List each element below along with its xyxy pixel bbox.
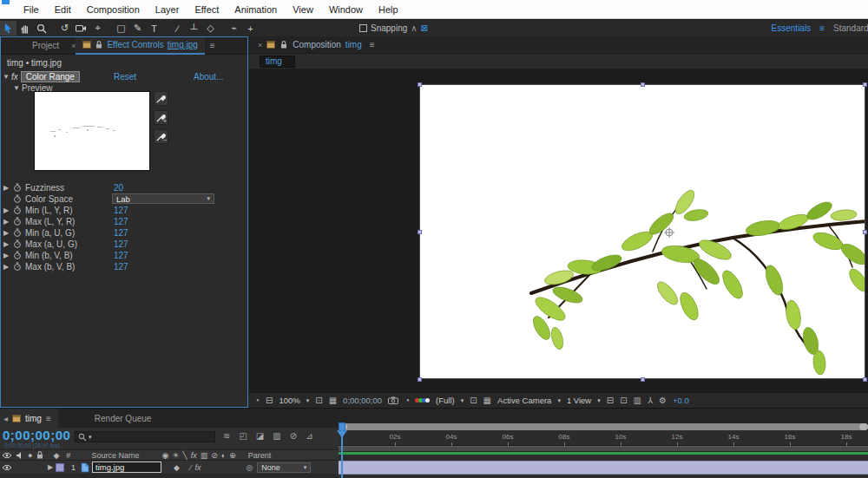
graph-editor-icon[interactable]: ⊿	[306, 431, 312, 441]
reset-exposure-icon[interactable]: ⚙	[659, 396, 667, 405]
menu-layer[interactable]: Layer	[148, 4, 187, 15]
expander-icon[interactable]: ▶	[1, 252, 11, 259]
selection-handle[interactable]	[418, 377, 422, 382]
tab-composition-name[interactable]: timg	[345, 40, 362, 49]
layer-quality-icon[interactable]: ∕	[190, 463, 192, 472]
expander-icon[interactable]: ▶	[1, 263, 11, 271]
work-area-bar[interactable]	[339, 446, 868, 451]
resolution-caret-icon[interactable]: ▾	[461, 397, 464, 404]
selection-handle[interactable]	[641, 377, 645, 382]
key-color-eyedropper-button[interactable]	[154, 91, 168, 106]
workspace-menu-icon[interactable]: ≡	[819, 23, 825, 33]
zoom-tool-icon[interactable]	[33, 21, 49, 36]
panel-menu-icon[interactable]: ≡	[210, 41, 215, 50]
selection-handle[interactable]	[863, 230, 867, 234]
always-preview-icon[interactable]: ◔	[254, 396, 260, 405]
stopwatch-icon[interactable]	[13, 228, 22, 238]
layer-duration-bar[interactable]	[339, 461, 868, 475]
time-navigator[interactable]	[339, 423, 868, 430]
layer-label-color-chip[interactable]	[56, 463, 64, 472]
workspace-essentials[interactable]: Essentials	[772, 23, 812, 33]
audio-column-speaker-icon[interactable]	[16, 451, 24, 460]
workspace-standard[interactable]: Standard	[833, 23, 868, 33]
selection-handle[interactable]	[863, 82, 867, 87]
property-value[interactable]: 127	[114, 239, 128, 249]
puppet-pin-tool-icon[interactable]: +	[242, 21, 259, 36]
snap-angle-icon[interactable]: ∧	[411, 23, 417, 33]
property-row-max-lyr[interactable]: ▶ Max (L, Y, R) 127	[1, 216, 247, 227]
menu-file[interactable]: File	[16, 4, 47, 15]
composition-frame[interactable]	[419, 84, 865, 379]
selection-handle[interactable]	[418, 82, 422, 87]
stopwatch-icon[interactable]	[13, 206, 22, 215]
navigator-end-handle[interactable]	[859, 423, 868, 430]
frame-blending-icon[interactable]: ▥	[273, 431, 280, 441]
threed-switch-icon[interactable]: ⊕	[229, 451, 236, 460]
selection-handle[interactable]	[863, 377, 867, 382]
color-space-dropdown[interactable]: Lab ▾	[112, 193, 214, 204]
stopwatch-icon[interactable]	[13, 262, 22, 272]
layer-fx-icon[interactable]: fx	[194, 463, 201, 472]
pixel-aspect-icon[interactable]: ⊟	[607, 396, 614, 405]
fast-previews-icon[interactable]: ⊡	[620, 396, 627, 405]
solo-column-icon[interactable]: ●	[28, 451, 32, 460]
menu-window[interactable]: Window	[321, 4, 371, 15]
adjustment-switch-icon[interactable]: ◐	[221, 451, 226, 460]
selection-handle[interactable]	[418, 230, 422, 234]
property-value[interactable]: 127	[114, 217, 128, 226]
tab-effect-controls[interactable]: Effect Controls timg.jpg	[76, 37, 204, 55]
mini-flowchart-icon[interactable]: ≋	[223, 431, 230, 441]
current-timecode[interactable]: 0;00;00;00	[3, 428, 70, 442]
fx-switch-icon[interactable]: fx	[191, 451, 197, 460]
expander-icon[interactable]: ▶	[1, 184, 11, 192]
menu-edit[interactable]: Edit	[47, 4, 79, 15]
roto-brush-tool-icon[interactable]: ⌁	[226, 21, 242, 36]
timeline-button-icon[interactable]: ▥	[634, 396, 641, 405]
property-value[interactable]: 127	[114, 251, 128, 260]
tab-composition-label[interactable]: Composition	[293, 40, 341, 49]
guides-icon[interactable]: ⊡	[315, 396, 322, 405]
property-row-color-space[interactable]: Color Space Lab ▾	[1, 193, 247, 205]
layer-visibility-eye-icon[interactable]	[2, 464, 12, 471]
tab-render-queue[interactable]: Render Queue	[95, 414, 152, 423]
property-row-min-aug[interactable]: ▶ Min (a, U, G) 127	[1, 227, 247, 239]
clone-stamp-tool-icon[interactable]: ┴	[186, 21, 202, 36]
stopwatch-icon[interactable]	[13, 251, 22, 260]
preview-timecode[interactable]: 0;00;00;00	[343, 396, 382, 405]
hand-tool-icon[interactable]	[16, 21, 33, 36]
transparency-grid-icon[interactable]: ▦	[483, 396, 491, 405]
expander-icon[interactable]: ▶	[1, 218, 11, 226]
region-of-interest-icon[interactable]: ⊡	[470, 396, 477, 405]
snapshot-icon[interactable]	[388, 396, 398, 404]
property-row-fuzziness[interactable]: ▶ Fuzziness 20	[1, 182, 247, 193]
grid-icon[interactable]: ▦	[329, 396, 337, 405]
composition-viewer[interactable]	[249, 69, 868, 392]
expander-icon[interactable]: ▶	[1, 206, 11, 214]
active-camera-value[interactable]: Active Camera	[497, 396, 551, 405]
rectangle-tool-icon[interactable]: ▢	[113, 21, 129, 36]
time-ruler[interactable]: 02s 04s 06s 08s 10s 12s 14s 16s 18s	[339, 430, 868, 446]
property-value[interactable]: 20	[114, 183, 123, 193]
magnification-caret-icon[interactable]: ▾	[306, 397, 310, 404]
menu-composition[interactable]: Composition	[79, 4, 148, 15]
stopwatch-icon[interactable]	[13, 239, 22, 249]
pen-tool-icon[interactable]: ✎	[129, 21, 146, 36]
tab-close-icon[interactable]: ×	[258, 41, 262, 49]
tab-timeline-timg[interactable]: ◂ timg ≡	[0, 409, 58, 428]
effect-name[interactable]: Color Range	[21, 71, 80, 82]
snap-edges-icon[interactable]: ⊠	[421, 23, 428, 33]
layer-collapse-icon[interactable]: ◆	[174, 463, 180, 472]
parent-pickwhip-icon[interactable]: ◎	[246, 463, 253, 472]
effect-about-link[interactable]: About...	[194, 72, 223, 82]
stopwatch-icon[interactable]	[13, 183, 22, 193]
add-color-eyedropper-button[interactable]: +	[154, 110, 168, 125]
parent-dropdown[interactable]: None ▾	[257, 462, 311, 473]
show-channels-icon[interactable]	[416, 398, 430, 403]
subtract-color-eyedropper-button[interactable]: −	[154, 129, 168, 144]
draft-3d-icon[interactable]: ◰	[239, 431, 247, 441]
property-row-min-lyr[interactable]: ▶ Min (L, Y, R) 127	[1, 205, 247, 216]
exposure-value[interactable]: +0.0	[673, 396, 689, 405]
property-row-min-bvb[interactable]: ▶ Min (b, V, B) 127	[1, 250, 247, 261]
stopwatch-icon[interactable]	[13, 217, 22, 226]
hide-shy-layers-icon[interactable]: ◪	[256, 431, 264, 441]
